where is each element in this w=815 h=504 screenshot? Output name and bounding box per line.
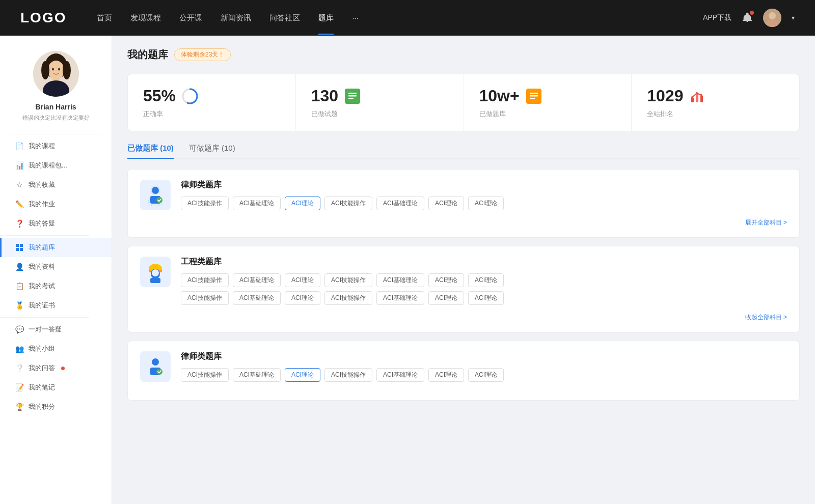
sidebar-item-notes[interactable]: 📝 我的笔记 <box>0 378 112 397</box>
note-icon: 📝 <box>15 383 23 391</box>
svg-rect-13 <box>20 244 23 247</box>
tag-3-1[interactable]: ACI基础理论 <box>233 368 281 382</box>
tag-1-2[interactable]: ACI理论 <box>285 197 320 210</box>
tag-3-3[interactable]: ACI技能操作 <box>324 368 372 382</box>
sidebar-user-name: Brian Harris <box>35 103 76 111</box>
sidebar-item-homework[interactable]: ✏️ 我的作业 <box>0 194 112 214</box>
sidebar-user-bio: 错误的决定比没有决定要好 <box>17 114 95 122</box>
svg-point-42 <box>152 269 159 276</box>
sidebar-item-label: 我的答疑 <box>29 219 55 228</box>
sidebar-item-my-qa[interactable]: ❔ 我的问答 <box>0 358 112 378</box>
tag-3-2[interactable]: ACI理论 <box>285 368 320 382</box>
tab-available-qbank[interactable]: 可做题库 (10) <box>189 144 235 158</box>
sidebar-item-label: 我的资料 <box>29 262 55 271</box>
sidebar-divider-2 <box>0 235 89 236</box>
sidebar-item-label: 我的作业 <box>29 200 55 209</box>
nav-qbank[interactable]: 题库 <box>318 13 334 23</box>
user-avatar-nav[interactable] <box>763 9 781 27</box>
tag-3-5[interactable]: ACI理论 <box>428 368 464 382</box>
sidebar-item-qbank[interactable]: 我的题库 <box>0 238 112 257</box>
list-green-icon <box>344 88 361 104</box>
tag-2-r2-1[interactable]: ACI基础理论 <box>233 291 281 305</box>
svg-rect-27 <box>696 94 698 102</box>
notification-dot <box>750 11 754 15</box>
nav-discover[interactable]: 发现课程 <box>130 13 161 23</box>
nav-home[interactable]: 首页 <box>97 13 112 23</box>
tag-3-4[interactable]: ACI基础理论 <box>376 368 424 382</box>
tag-2-r1-2[interactable]: ACI理论 <box>285 273 320 287</box>
tag-1-5[interactable]: ACI理论 <box>428 197 464 210</box>
qbank-expand-1[interactable]: 展开全部科目 > <box>140 218 787 227</box>
nav-news[interactable]: 新闻资讯 <box>221 13 251 23</box>
qbank-name-3: 律师类题库 <box>181 351 787 362</box>
tabs-row: 已做题库 (10) 可做题库 (10) <box>127 144 800 159</box>
tag-2-r2-4[interactable]: ACI基础理论 <box>376 291 424 305</box>
sidebar-item-1on1[interactable]: 💬 一对一答疑 <box>0 320 112 339</box>
stat-top-done: 130 <box>311 87 448 105</box>
sidebar: Brian Harris 错误的决定比没有决定要好 📄 我的课程 📊 我的课程包… <box>0 36 112 504</box>
sidebar-item-label: 我的小组 <box>29 344 55 353</box>
nav-open-course[interactable]: 公开课 <box>179 13 202 23</box>
navbar-right: APP下载 ▾ <box>703 9 795 27</box>
tag-2-r1-3[interactable]: ACI技能操作 <box>324 273 372 287</box>
nav-more[interactable]: ··· <box>352 13 359 23</box>
sidebar-item-my-course[interactable]: 📄 我的课程 <box>0 136 112 156</box>
qbank-collapse-2[interactable]: 收起全部科目 > <box>140 313 787 322</box>
svg-point-46 <box>156 369 162 375</box>
app-download-btn[interactable]: APP下载 <box>703 13 731 22</box>
tag-2-r1-4[interactable]: ACI基础理论 <box>376 273 424 287</box>
tag-2-r1-1[interactable]: ACI基础理论 <box>233 273 281 287</box>
nav-qa[interactable]: 问答社区 <box>269 13 300 23</box>
logo[interactable]: LOGO <box>20 10 66 26</box>
tag-2-r2-6[interactable]: ACI理论 <box>468 291 504 305</box>
tag-1-3[interactable]: ACI技能操作 <box>324 197 372 210</box>
tag-1-0[interactable]: ACI技能操作 <box>181 197 229 210</box>
stat-label-done: 已做试题 <box>311 109 448 119</box>
sidebar-item-label: 一对一答疑 <box>29 325 62 334</box>
tag-2-r1-6[interactable]: ACI理论 <box>468 273 504 287</box>
sidebar-item-favorites[interactable]: ☆ 我的收藏 <box>0 175 112 194</box>
svg-point-1 <box>769 12 776 19</box>
svg-rect-24 <box>530 95 538 97</box>
tag-2-r2-0[interactable]: ACI技能操作 <box>181 291 229 305</box>
tag-2-r1-0[interactable]: ACI技能操作 <box>181 273 229 287</box>
svg-point-44 <box>152 358 159 366</box>
sidebar-item-course-package[interactable]: 📊 我的课程包... <box>0 156 112 175</box>
qa-notification-dot <box>61 367 65 370</box>
qbank-info-1: 律师类题库 ACI技能操作 ACI基础理论 ACI理论 ACI技能操作 ACI基… <box>181 180 787 210</box>
sidebar-item-label: 我的问答 <box>29 363 55 373</box>
tag-1-6[interactable]: ACI理论 <box>468 197 504 210</box>
qbank-card-lawyer-1: 律师类题库 ACI技能操作 ACI基础理论 ACI理论 ACI技能操作 ACI基… <box>127 169 800 238</box>
svg-point-10 <box>52 68 54 71</box>
tag-3-6[interactable]: ACI理论 <box>468 368 504 382</box>
main-content: 我的题库 体验剩余23天！ 55% 正确率 <box>112 36 815 504</box>
tag-1-1[interactable]: ACI基础理论 <box>233 197 281 210</box>
sidebar-item-points[interactable]: 🏆 我的积分 <box>0 397 112 416</box>
sidebar-item-label: 我的笔记 <box>29 383 55 392</box>
tag-1-4[interactable]: ACI基础理论 <box>376 197 424 210</box>
trial-badge: 体验剩余23天！ <box>174 48 231 61</box>
tag-2-r2-3[interactable]: ACI技能操作 <box>324 291 372 305</box>
qbank-name-1: 律师类题库 <box>181 180 787 190</box>
sidebar-item-exam[interactable]: 📋 我的考试 <box>0 276 112 296</box>
sidebar-item-group[interactable]: 👥 我的小组 <box>0 339 112 358</box>
sidebar-item-certificate[interactable]: 🏅 我的证书 <box>0 296 112 315</box>
sidebar-item-profile[interactable]: 👤 我的资料 <box>0 257 112 276</box>
sidebar-item-qa[interactable]: ❓ 我的答疑 <box>0 214 112 233</box>
stat-done-questions: 130 已做试题 <box>296 74 464 131</box>
qbank-header-1: 律师类题库 ACI技能操作 ACI基础理论 ACI理论 ACI技能操作 ACI基… <box>140 180 787 210</box>
svg-rect-28 <box>700 96 703 102</box>
tag-2-r2-5[interactable]: ACI理论 <box>428 291 464 305</box>
tab-done-qbank[interactable]: 已做题库 (10) <box>127 144 174 158</box>
notification-bell[interactable] <box>742 12 753 24</box>
sidebar-item-label: 我的题库 <box>29 243 55 252</box>
svg-rect-23 <box>530 93 538 94</box>
tag-2-r2-2[interactable]: ACI理论 <box>285 291 320 305</box>
qbank-tags-row2: ACI技能操作 ACI基础理论 ACI理论 ACI技能操作 ACI基础理论 AC… <box>181 291 787 305</box>
tag-3-0[interactable]: ACI技能操作 <box>181 368 229 382</box>
svg-rect-15 <box>20 248 23 251</box>
stat-label-accuracy: 正确率 <box>143 109 280 119</box>
user-dropdown-arrow[interactable]: ▾ <box>792 14 795 21</box>
tag-2-r1-5[interactable]: ACI理论 <box>428 273 464 287</box>
svg-point-36 <box>152 187 159 194</box>
